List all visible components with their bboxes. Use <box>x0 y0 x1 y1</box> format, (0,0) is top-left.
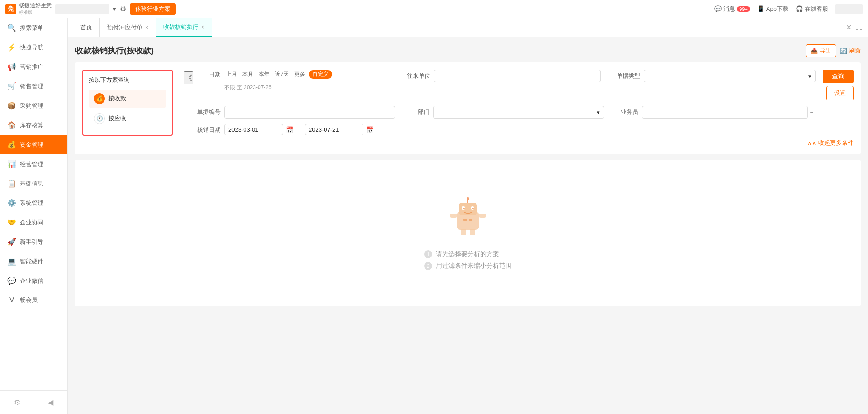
dept-label: 部门 <box>402 108 429 116</box>
verify-date-end-input[interactable] <box>305 124 363 135</box>
svg-point-4 <box>463 208 465 209</box>
sidebar-bottom: ⚙ ◀ <box>0 390 67 414</box>
sidebar-label-2: 营销推广 <box>20 63 43 71</box>
export-btn[interactable]: 📤 导出 <box>806 44 836 57</box>
dropdown-arrow[interactable]: ▾ <box>113 5 116 12</box>
online-service-btn[interactable]: 🎧 在线客服 <box>796 5 828 13</box>
counterpart-input[interactable] <box>434 70 601 82</box>
filter-option-by-receipt[interactable]: 💰 按收款 <box>89 90 166 108</box>
settings-icon[interactable]: ⚙ <box>120 5 126 13</box>
empty-tips: 1 请先选择要分析的方案 2 用过滤条件来缩小分析范围 <box>424 250 512 270</box>
sidebar-item-4[interactable]: 📦采购管理 <box>0 96 67 115</box>
salesperson-more-btn[interactable]: ··· <box>810 108 813 116</box>
counterpart-more-btn[interactable]: ··· <box>603 72 606 80</box>
receivable-icon: 🕐 <box>94 113 105 124</box>
query-form: 日期 上月 本月 本年 近7天 更多 自定义 <box>193 70 854 147</box>
sidebar-label-8: 基础信息 <box>20 180 43 188</box>
bill-type-field: 单据类型 ▾ <box>613 70 816 82</box>
tab-close-1[interactable]: × <box>145 24 148 31</box>
verify-end-calendar-icon[interactable]: 📅 <box>366 126 374 133</box>
app-download-btn[interactable]: 📱 App下载 <box>757 5 788 13</box>
sidebar-label-6: 资金管理 <box>20 141 43 149</box>
bill-no-input[interactable] <box>224 106 395 119</box>
app-logo: 兔 畅捷通好生意 标准版 <box>5 2 52 16</box>
filter-scheme-sidebar: 按以下方案查询 💰 按收款 🕐 按应收 <box>82 70 173 136</box>
tab-close-2[interactable]: × <box>201 24 204 30</box>
settings-bottom-icon[interactable]: ⚙ <box>10 395 24 410</box>
bill-no-label: 单据编号 <box>193 108 221 116</box>
empty-tip-2: 2 用过滤条件来缩小分析范围 <box>424 262 512 270</box>
tab-2[interactable]: 收款核销执行× <box>156 18 212 37</box>
sidebar-label-4: 采购管理 <box>20 102 43 110</box>
dept-select[interactable]: ▾ <box>433 106 604 119</box>
bill-no-field: 单据编号 <box>193 106 395 119</box>
user-info <box>835 4 863 14</box>
sidebar-item-9[interactable]: ⚙️系统管理 <box>0 193 67 213</box>
headset-icon: 🎧 <box>796 5 803 12</box>
tip1-text: 请先选择要分析的方案 <box>436 250 499 258</box>
filter-option-by-receivable[interactable]: 🕐 按应收 <box>89 109 166 128</box>
bill-type-select[interactable]: ▾ <box>644 70 816 82</box>
close-tab-icon[interactable]: ✕ <box>846 23 852 32</box>
svg-point-7 <box>467 197 469 200</box>
date-field: 日期 上月 本月 本年 近7天 更多 自定义 <box>193 70 396 91</box>
refresh-btn[interactable]: 🔄 刷新 <box>840 44 861 57</box>
export-icon: 📤 <box>811 48 818 54</box>
svg-rect-9 <box>479 214 486 218</box>
refresh-icon: 🔄 <box>840 48 847 54</box>
svg-rect-12 <box>463 219 467 221</box>
verify-start-calendar-icon[interactable]: 📅 <box>286 126 293 133</box>
query-btn[interactable]: 查询 <box>823 70 854 83</box>
sidebar-item-6[interactable]: 💰资金管理 <box>0 135 67 154</box>
sidebar-item-7[interactable]: 📊经营管理 <box>0 154 67 174</box>
dept-field: 部门 ▾ <box>402 106 604 119</box>
message-btn[interactable]: 💬 消息 99+ <box>714 5 750 13</box>
tab-1[interactable]: 预付冲应付单× <box>100 18 156 37</box>
message-icon: 💬 <box>714 5 722 12</box>
sidebar-item-1[interactable]: ⚡快捷导航 <box>0 38 67 57</box>
date-last-month[interactable]: 上月 <box>224 70 239 79</box>
date-this-year[interactable]: 本年 <box>257 70 271 79</box>
sidebar-item-2[interactable]: 📢营销推广 <box>0 57 67 76</box>
sidebar-label-5: 库存核算 <box>20 121 43 129</box>
sidebar-label-13: 企业微信 <box>20 277 43 285</box>
date-this-month[interactable]: 本月 <box>241 70 255 79</box>
settings-btn[interactable]: 设置 <box>826 86 854 100</box>
date-7days[interactable]: 近7天 <box>273 70 291 79</box>
receipt-icon: 💰 <box>94 93 105 104</box>
filter-option-label-receipt: 按收款 <box>108 95 126 103</box>
collapse-more-btn[interactable]: ∧∧ 收起更多条件 <box>193 139 854 147</box>
date-to-text: 至 2023-07-26 <box>237 84 272 91</box>
date-more[interactable]: 更多 <box>292 70 307 79</box>
sidebar-item-13[interactable]: 💬企业微信 <box>0 271 67 290</box>
brand-input <box>55 4 109 14</box>
sidebar-item-10[interactable]: 🤝企业协同 <box>0 213 67 232</box>
tip2-text: 用过滤条件来缩小分析范围 <box>436 262 512 270</box>
salesperson-field: 业务员 ··· <box>611 106 813 119</box>
sidebar-icon-1: ⚡ <box>7 43 16 52</box>
topbar-right: 💬 消息 99+ 📱 App下载 🎧 在线客服 <box>714 4 863 14</box>
verify-date-start-input[interactable] <box>224 124 283 135</box>
sidebar-item-11[interactable]: 🚀新手引导 <box>0 232 67 252</box>
sidebar-item-14[interactable]: V畅会员 <box>0 290 67 309</box>
sidebar-item-8[interactable]: 📋基础信息 <box>0 174 67 193</box>
sidebar-item-5[interactable]: 🏠库存核算 <box>0 115 67 135</box>
tab-0[interactable]: 首页 <box>73 18 100 37</box>
collapse-sidebar-icon[interactable]: ◀ <box>44 395 57 410</box>
date-custom-tag[interactable]: 自定义 <box>309 70 332 79</box>
page-content: 收款核销执行(按收款) 📤 导出 🔄 刷新 <box>68 37 868 414</box>
page-actions: 📤 导出 🔄 刷新 <box>806 44 861 57</box>
collapse-filter-btn[interactable]: 《 <box>184 71 193 84</box>
sidebar: 🔍搜索菜单⚡快捷导航📢营销推广🛒销售管理📦采购管理🏠库存核算💰资金管理📊经营管理… <box>0 18 68 414</box>
maximize-icon[interactable]: ⛶ <box>855 23 863 32</box>
sidebar-item-12[interactable]: 💻智能硬件 <box>0 252 67 271</box>
filter-layout: 按以下方案查询 💰 按收款 🕐 按应收 《 <box>82 70 854 147</box>
empty-robot-illustration <box>445 196 491 241</box>
filter-option-label-receivable: 按应收 <box>108 114 126 123</box>
bill-type-chevron: ▾ <box>808 73 811 80</box>
sidebar-item-3[interactable]: 🛒销售管理 <box>0 76 67 96</box>
sidebar-label-7: 经营管理 <box>20 160 43 168</box>
sidebar-item-0[interactable]: 🔍搜索菜单 <box>0 18 67 38</box>
salesperson-input[interactable] <box>642 106 808 119</box>
industry-btn[interactable]: 休验行业方案 <box>130 3 176 15</box>
